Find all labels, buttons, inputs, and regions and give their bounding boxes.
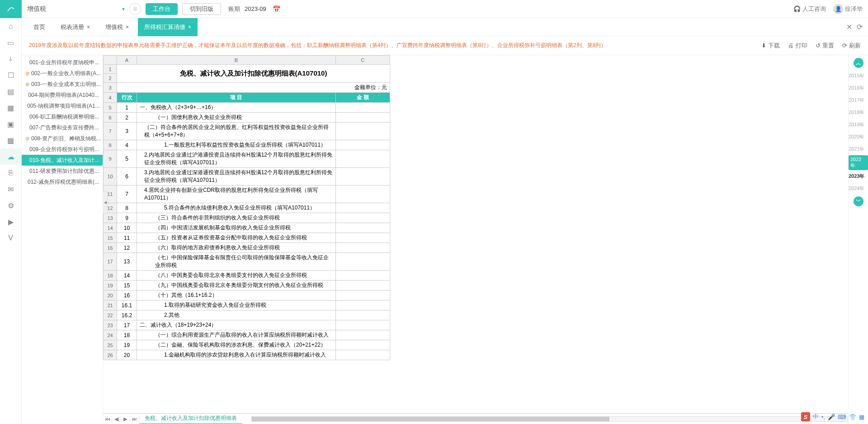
year-item[interactable]: 2017年 [849,94,868,106]
amount-cell[interactable] [336,253,390,271]
nav-doc-icon[interactable]: ▭ [0,34,22,51]
amount-cell[interactable] [336,168,390,186]
amount-cell[interactable] [336,300,390,310]
download-button[interactable]: ⬇ 下载 [761,42,780,50]
horizontal-scrollbar[interactable] [251,416,848,422]
amount-cell[interactable] [336,281,390,291]
print-button[interactable]: 🖨 打印 [788,42,807,50]
year-item[interactable]: 2022年 [849,155,868,170]
sheet-tab[interactable]: 免税、减计收入及加计扣除优惠明细表 [139,414,242,424]
nav-clipboard-icon[interactable]: ▤ [0,83,22,100]
ime-lang[interactable]: 中 [813,413,819,421]
tab-incometax[interactable]: 所得税汇算清缴× [138,18,198,36]
form-list-item[interactable]: 004-期间费用明细表(A1040... [22,90,103,100]
close-icon[interactable]: × [126,24,129,30]
amount-cell[interactable] [336,330,390,340]
sheet-nav-prev[interactable]: ◀ [112,416,121,422]
nav-calc-icon[interactable]: ▩ [0,132,22,148]
year-item[interactable]: 2018年 [849,106,868,119]
period-value[interactable]: 2023-09 [245,5,266,12]
ime-keyboard-icon[interactable]: ⌨ [838,414,846,420]
ime-punct-icon[interactable]: •, [821,414,825,420]
ime-mic-icon[interactable]: 🎤 [828,414,835,420]
refresh-button[interactable]: ⟳ 刷新 [842,42,861,50]
tab-vat[interactable]: 增值税× [99,18,135,36]
ime-skin-icon[interactable]: 👕 [849,414,856,420]
form-list-item[interactable]: ⊘002-一般企业收入明细表(A... [22,68,103,79]
sheet-nav-next[interactable]: ▶ [121,416,130,422]
ime-logo-icon[interactable]: S [801,412,810,421]
amount-cell[interactable] [336,233,390,243]
amount-cell[interactable] [336,223,390,233]
form-list-item[interactable]: 012-减免所得税优惠明细表(... [22,176,103,187]
year-item[interactable]: 2024年 [849,182,868,195]
tab-refresh-button[interactable]: ⟳ [857,23,863,31]
nav-home-icon[interactable]: ⌂ [0,18,22,34]
nav-chart-icon[interactable]: ⫰ [0,51,22,67]
amount-cell[interactable] [336,310,390,320]
close-icon[interactable]: × [188,24,191,30]
sheet-nav-first[interactable]: ⏮ [103,416,112,422]
amount-cell[interactable] [336,203,390,213]
form-list-item[interactable]: 001-企业所得税年度纳税申... [22,57,103,68]
sidebar-collapse-handle[interactable]: ◀ [103,191,108,214]
year-item[interactable]: 2015年 [849,70,868,82]
amount-cell[interactable] [336,113,390,123]
switch-old-button[interactable]: 切到旧版 [182,3,221,15]
amount-cell[interactable] [336,243,390,253]
workspace-button[interactable]: 工作台 [146,3,178,15]
year-item[interactable]: 2021年 [849,143,868,155]
form-list-item[interactable]: ⊘008-资产折旧、摊销及纳税... [22,133,103,144]
tab-close-button[interactable]: ✕ [846,23,852,31]
form-list-item[interactable]: 011-研发费用加计扣除优惠... [22,166,103,176]
amount-cell[interactable] [336,213,390,223]
form-list-item[interactable]: 005-纳税调整项目明细表(A1... [22,100,103,111]
amount-cell[interactable] [336,350,390,360]
year-item[interactable]: 2016年 [849,82,868,94]
year-scroll-up[interactable]: ︽ [854,58,863,68]
amount-cell[interactable] [336,291,390,300]
nav-gear-icon[interactable]: ⚙ [0,197,22,214]
form-list-item[interactable]: ⊘003-一般企业成本支出明细... [22,79,103,90]
year-scroll-down[interactable]: ︾ [854,196,863,206]
nav-tax-icon[interactable]: ☁ [0,148,22,165]
ime-tool-icon[interactable]: ▦ [859,414,864,420]
year-item[interactable]: 2020年 [849,131,868,143]
spreadsheet[interactable]: ABC1免税、减计收入及加计扣除优惠明细表(A107010)23金额单位：元4行… [103,55,848,413]
form-list-item[interactable]: 010-免税、减计收入及加计... [22,155,103,166]
table-row: 62（一）国债利息收入免征企业所得税 [104,113,390,123]
form-list-item[interactable]: 009-企业所得税弥补亏损明... [22,144,103,155]
table-row: 1285.符合条件的永续债利息收入免征企业所得税（填写A107011） [104,203,390,213]
company-dropdown[interactable]: 增值税 ▾ [27,5,125,13]
amount-cell[interactable] [336,150,390,168]
nav-video-icon[interactable]: ▶ [0,214,22,230]
amount-cell[interactable] [336,103,390,113]
tab-taxlist[interactable]: 税表清册× [54,18,96,36]
reset-button[interactable]: ↺ 重置 [816,42,834,50]
form-list-item[interactable]: 006-职工薪酬纳税调整明细... [22,111,103,122]
list-item-label: 010-免税、减计收入及加计... [29,157,99,164]
header-item: 项 目 [137,93,336,103]
year-item[interactable]: 2023年 [849,170,868,182]
amount-cell[interactable] [336,320,390,330]
calendar-icon[interactable]: 📅 [273,5,280,13]
user-menu[interactable]: 👤徐泽华 [833,4,863,14]
amount-cell[interactable] [336,123,390,140]
nav-bag-icon[interactable]: ☐ [0,67,22,83]
form-list-item[interactable]: 007-广告费和业务宣传费跨... [22,122,103,133]
close-icon[interactable]: × [87,24,90,30]
year-item[interactable]: 2019年 [849,119,868,131]
amount-cell[interactable] [336,340,390,350]
sheet-nav-last[interactable]: ⏭ [130,416,139,422]
amount-cell[interactable] [336,271,390,281]
tab-home[interactable]: 首页 [27,18,52,36]
nav-form-icon[interactable]: ▦ [0,100,22,116]
amount-cell[interactable] [336,140,390,150]
nav-shirt-icon[interactable]: ▣ [0,116,22,132]
list-toggle-button[interactable]: ≡ [129,3,141,15]
consult-button[interactable]: 🎧 人工咨询 [793,5,826,13]
amount-cell[interactable] [336,186,390,203]
nav-v-icon[interactable]: V [0,230,22,246]
nav-export-icon[interactable]: ⎘ [0,165,22,181]
nav-mail-icon[interactable]: ✉ [0,181,22,197]
